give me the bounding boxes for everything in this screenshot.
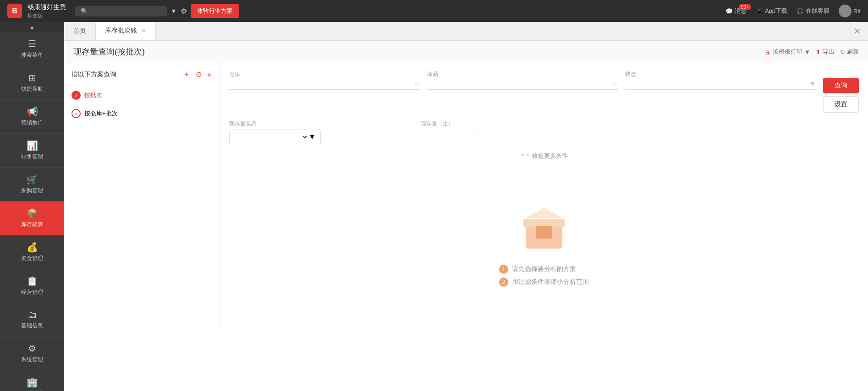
tab-home-label: 首页 [73,27,86,35]
warehouse-input[interactable] [229,80,414,87]
sidebar-item-marketing[interactable]: 📢 营销推广 [0,100,64,134]
stock-status-field: 现存量状态 ▼ [229,120,413,144]
status-dropdown-icon[interactable]: ▼ [809,80,816,87]
sidebar-item-search[interactable]: ☰ 搜索菜单 [0,32,64,66]
goods-input[interactable] [427,80,612,87]
sidebar-item-label-system: 系统管理 [21,356,43,364]
stock-main-from[interactable] [421,130,467,137]
warehouse-input-wrapper: ··· [229,80,420,90]
sidebar-item-purchase[interactable]: 🛒 采购管理 [0,168,64,201]
sidebar-item-operation[interactable]: 📋 经营管理 [0,269,64,303]
header-left: B 畅康通好生意 标准版 [7,3,66,19]
marketing-icon: 📢 [27,106,38,117]
scheme-label-by-warehouse-batch: 按仓库+批次 [84,109,118,118]
goods-field: 商品 ··· [427,71,618,90]
headset-icon: 🎧 [797,8,804,15]
page-title: 现存量查询(按批次) [73,46,145,57]
filter-scheme-title: 按以下方案查询 [71,71,116,79]
dropdown-button[interactable]: ▼ [170,7,177,15]
goods-label: 商品 [427,71,618,78]
top-search-bar[interactable]: 🔍 [75,6,167,16]
filter-scheme-panel: 按以下方案查询 ＋ ⊙ « ✓ 按批次 ○ 按仓库+批次 [64,63,220,331]
brand-info: 畅康通好生意 标准版 [27,3,66,19]
brand-version: 标准版 [27,12,66,19]
quick-nav-icon: ⊞ [28,72,36,83]
sidebar-item-basic[interactable]: 🗂 基础信息 [0,303,64,337]
warehouse-more-icon[interactable]: ··· [414,80,420,87]
print-template-btn[interactable]: 🖨 按模板打印 ▼ [765,48,810,56]
user-avatar [839,5,852,17]
tab-inventory-batch-label: 库存批次账 [105,27,137,35]
online-service-action[interactable]: 🎧 在线客服 [797,7,830,15]
tab-bar: 首页 库存批次账 ✕ ✕ [64,22,868,41]
sidebar-item-finance[interactable]: 💰 资金管理 [0,235,64,269]
main-layout: ▲ ☰ 搜索菜单 ⊞ 快捷导航 📢 营销推广 📊 销售管理 🛒 采购管理 📦 库… [0,22,868,391]
empty-steps: 1 请先选择要分析的方案 2 用过滤条件来缩小分析范围 [499,265,589,287]
export-btn[interactable]: ⬆ 导出 [816,48,835,56]
header-center: 🔍 ▼ ⚙ 体验行业方案 [75,4,716,18]
empty-step-2-text: 用过滤条件来缩小分析范围 [512,278,589,286]
warehouse-label: 仓库 [229,71,420,78]
sidebar-item-quick-nav[interactable]: ⊞ 快捷导航 [0,66,64,100]
status-field: 状态 ▼ [625,71,816,90]
settings-filter-button[interactable]: 设置 [823,96,859,113]
stock-main-dash: — [470,130,478,138]
sidebar-scroll-up[interactable]: ▲ [0,22,64,32]
collapse-scheme-btn[interactable]: « [206,70,212,80]
message-action[interactable]: 💬 消息 99+ [725,7,747,15]
export-label: 导出 [823,48,835,56]
goods-input-wrapper: ··· [427,80,618,90]
collapse-more-btn[interactable]: ⌃⌃ 收起更多条件 [520,152,568,160]
sales-icon: 📊 [27,140,38,151]
tab-inventory-batch[interactable]: 库存批次账 ✕ [96,22,156,40]
sidebar-item-label-quick-nav: 快捷导航 [21,85,43,93]
settings-button[interactable]: ⚙ [181,7,187,16]
purchase-icon: 🛒 [27,174,38,185]
collapse-up-icon: ⌃⌃ [520,153,530,160]
tab-close-icon[interactable]: ✕ [142,27,146,34]
finance-icon: 💰 [27,242,38,253]
export-icon: ⬆ [816,49,821,55]
app-download-action[interactable]: 📱 App下载 [756,7,787,15]
user-profile-action[interactable]: Rit [839,5,861,17]
scheme-item-by-batch[interactable]: ✓ 按批次 [64,86,220,104]
stock-status-label: 现存量状态 [229,120,413,128]
goods-more-icon[interactable]: ··· [612,80,618,87]
sidebar-item-sales[interactable]: 📊 销售管理 [0,134,64,168]
experience-button[interactable]: 体验行业方案 [191,4,239,18]
sidebar-item-system[interactable]: ⚙ 系统管理 [0,337,64,370]
tab-panel-close-btn[interactable]: ✕ [854,26,861,36]
sidebar-item-label-basic: 基础信息 [21,322,43,330]
stock-main-range: — [421,130,605,140]
search-menu-icon: ☰ [28,38,36,49]
stock-main-field: 现存量（主） — [421,120,605,140]
scheme-active-icon: ✓ [71,91,81,100]
app-download-label: App下载 [765,7,787,15]
refresh-icon: ↻ [840,49,845,55]
filter-scheme-header: 按以下方案查询 ＋ ⊙ « [64,63,220,86]
page-header-actions: 🖨 按模板打印 ▼ ⬆ 导出 ↻ 刷新 [765,48,859,56]
content-area: 首页 库存批次账 ✕ ✕ 现存量查询(按批次) 🖨 按模板打印 ▼ [64,22,868,391]
message-badge: 99+ [739,4,751,10]
status-label: 状态 [625,71,816,78]
tab-home[interactable]: 首页 [64,22,96,40]
sidebar-item-enterprise[interactable]: 🏢 企业协同 [0,370,64,391]
scheme-item-by-warehouse-batch[interactable]: ○ 按仓库+批次 [64,104,220,123]
status-input-wrapper: ▼ [625,80,816,90]
stock-main-to[interactable] [481,130,527,137]
step-num-2: 2 [499,277,508,287]
empty-svg [516,201,571,255]
settings-scheme-btn[interactable]: ⊙ [195,69,203,80]
query-button[interactable]: 查询 [823,78,859,93]
top-header: B 畅康通好生意 标准版 🔍 ▼ ⚙ 体验行业方案 💬 消息 99+ 📱 App… [0,0,868,22]
print-dropdown-icon: ▼ [804,49,810,55]
filter-fields-panel: 仓库 ··· 商品 ··· [220,63,868,331]
user-name: Rit [853,8,861,15]
status-input[interactable] [625,80,809,87]
stock-status-dropdown-icon: ▼ [308,133,316,141]
stock-status-select[interactable] [234,133,308,141]
sidebar-item-inventory[interactable]: 📦 库存核算 [0,201,64,235]
collapse-label: 收起更多条件 [532,152,568,160]
refresh-btn[interactable]: ↻ 刷新 [840,48,859,56]
add-scheme-btn[interactable]: ＋ [182,69,191,80]
